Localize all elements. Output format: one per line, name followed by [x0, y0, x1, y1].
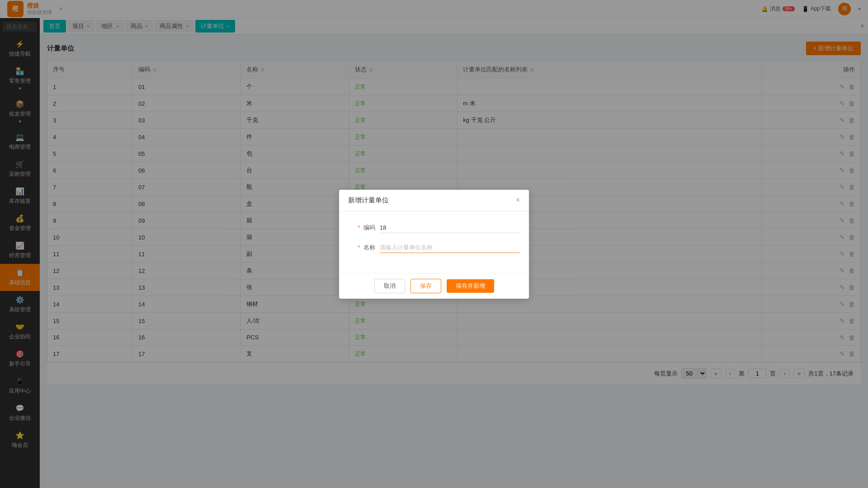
modal-close-button[interactable]: × — [516, 196, 520, 204]
required-mark: * — [358, 224, 360, 231]
modal-body: * 编码 * 名称 — [339, 211, 529, 273]
form-row-code: * 编码 — [348, 222, 520, 233]
modal-footer: 取消 保存 保存并新增 — [339, 273, 529, 299]
modal-title: 新增计量单位 — [348, 196, 389, 205]
cancel-button[interactable]: 取消 — [374, 279, 405, 293]
add-unit-modal: 新增计量单位 × * 编码 * 名称 取消 保存 保存并新增 — [339, 190, 529, 299]
code-label: * 编码 — [348, 224, 375, 232]
save-and-new-button[interactable]: 保存并新增 — [447, 279, 494, 293]
code-input[interactable] — [380, 222, 520, 233]
name-input[interactable] — [380, 242, 520, 253]
modal-header: 新增计量单位 × — [339, 190, 529, 211]
form-row-name: * 名称 — [348, 242, 520, 253]
required-mark: * — [358, 244, 360, 251]
save-button[interactable]: 保存 — [410, 279, 441, 293]
name-label: * 名称 — [348, 244, 375, 252]
modal-overlay: 新增计量单位 × * 编码 * 名称 取消 保存 保存并新增 — [0, 0, 868, 488]
